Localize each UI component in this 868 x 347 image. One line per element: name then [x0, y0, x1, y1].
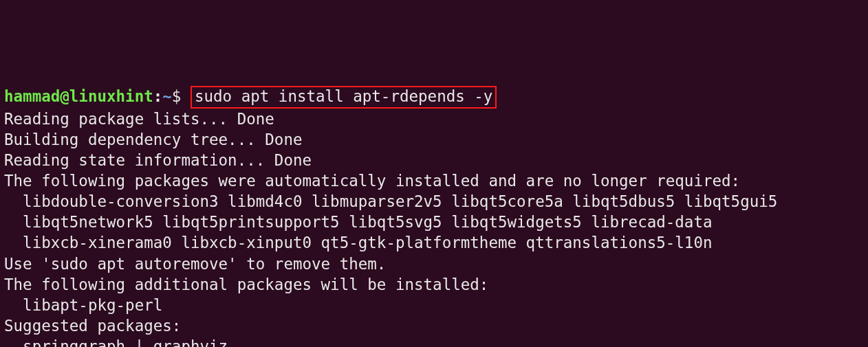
command-text: sudo apt install apt-rdepends -y	[195, 87, 492, 105]
terminal[interactable]: hammad@linuxhint:~$ sudo apt install apt…	[4, 86, 864, 347]
output-line: springgraph | graphviz	[4, 336, 864, 347]
prompt-colon: :	[153, 87, 163, 105]
output-line: Building dependency tree... Done	[4, 129, 864, 150]
output-line: The following additional packages will b…	[4, 274, 864, 295]
output-line: Suggested packages:	[4, 315, 864, 336]
prompt-line: hammad@linuxhint:~$ sudo apt install apt…	[4, 86, 864, 109]
output-line: Use 'sudo apt autoremove' to remove them…	[4, 254, 864, 274]
command-highlight: sudo apt install apt-rdepends -y	[191, 86, 497, 109]
output-line: libqt5network5 libqt5printsupport5 libqt…	[4, 212, 864, 232]
output-line: Reading state information... Done	[4, 150, 864, 170]
prompt-dollar: $	[172, 87, 182, 105]
output-line: Reading package lists... Done	[4, 109, 864, 129]
output-line: The following packages were automaticall…	[4, 170, 864, 191]
output-line: libapt-pkg-perl	[4, 295, 864, 315]
prompt-path: ~	[162, 87, 172, 105]
output-line: libxcb-xinerama0 libxcb-xinput0 qt5-gtk-…	[4, 232, 864, 253]
output-line: libdouble-conversion3 libmd4c0 libmupars…	[4, 191, 864, 212]
prompt-user: hammad@linuxhint	[4, 87, 153, 105]
